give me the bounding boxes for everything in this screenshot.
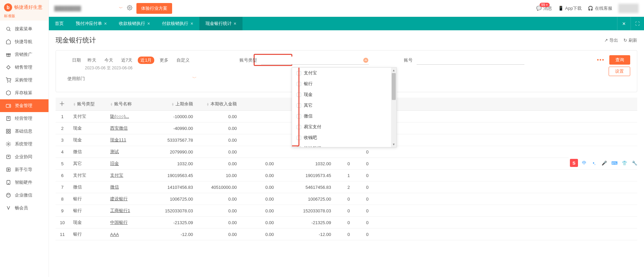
- account-type-input[interactable]: [261, 57, 369, 65]
- col-prev[interactable]: ▲▼上期余额: [153, 98, 197, 111]
- trial-button[interactable]: 体验行业方案: [136, 3, 172, 14]
- dropdown-item-1[interactable]: 银行: [292, 78, 391, 89]
- date-chip-3[interactable]: 近1月: [138, 57, 154, 64]
- account-input[interactable]: [417, 57, 524, 65]
- tab-0[interactable]: 首页: [49, 17, 70, 30]
- dropdown-item-7[interactable]: 长沙银行: [292, 143, 391, 147]
- dropdown-item-6[interactable]: 收钱吧: [292, 132, 391, 143]
- ime-toolbox-icon[interactable]: 🔧: [631, 159, 639, 167]
- table-gear-header[interactable]: [56, 98, 69, 111]
- sidebar-item-cart[interactable]: 采购管理: [0, 74, 49, 86]
- sidebar-item-grid[interactable]: 基础信息: [0, 125, 49, 138]
- col-6[interactable]: [241, 98, 278, 111]
- ime-keyboard-icon[interactable]: ⌨: [610, 159, 618, 167]
- account-label: 账号: [396, 57, 413, 63]
- tab-close-icon[interactable]: ×: [234, 21, 236, 26]
- settings-icon[interactable]: [127, 5, 132, 11]
- date-chip-1[interactable]: 今天: [102, 57, 116, 64]
- ime-punct-icon[interactable]: •,: [590, 159, 598, 167]
- settings-button[interactable]: 设置: [609, 67, 630, 76]
- col-expense-count[interactable]: ▲▼本期支出笔数: [362, 98, 637, 111]
- account-name-link[interactable]: 工商银行1: [110, 208, 130, 213]
- org-name[interactable]: ████████: [54, 6, 115, 11]
- account-name-link[interactable]: 陡(○○○)...: [110, 114, 129, 119]
- sidebar-item-team[interactable]: 企业协同: [0, 150, 49, 163]
- sidebar-item-box[interactable]: 库存核算: [0, 86, 49, 99]
- tab-4[interactable]: 现金银行统计×: [199, 17, 243, 30]
- collapse-icon[interactable]: [363, 57, 369, 64]
- sidebar-item-guide[interactable]: 新手引导: [0, 163, 49, 176]
- dropdown-item-0[interactable]: 支付宝: [292, 68, 391, 78]
- checkbox-icon[interactable]: [297, 82, 301, 86]
- col-type[interactable]: ▲▼账号类型: [69, 98, 106, 111]
- date-chip-5[interactable]: 自定义: [174, 57, 192, 64]
- scroll-down-icon[interactable]: ▼: [391, 142, 396, 147]
- user-avatar[interactable]: [618, 4, 639, 13]
- tab-close-icon[interactable]: ×: [147, 21, 150, 26]
- account-name-link[interactable]: 旧金: [110, 161, 119, 166]
- dept-select[interactable]: [89, 75, 192, 81]
- dropdown-item-4[interactable]: 微信: [292, 111, 391, 122]
- account-name-link[interactable]: 现金111: [110, 137, 126, 142]
- date-chip-2[interactable]: 近7天: [119, 57, 135, 64]
- org-chevron-icon[interactable]: ﹀: [119, 5, 123, 11]
- account-name-link[interactable]: 中国银行: [110, 220, 128, 225]
- date-chip-0[interactable]: 昨天: [85, 57, 99, 64]
- online-service-link[interactable]: 🎧 在线客服: [588, 5, 612, 11]
- scroll-thumb[interactable]: [392, 73, 396, 100]
- checkbox-icon[interactable]: [297, 146, 301, 147]
- refresh-button[interactable]: ↻ 刷新: [623, 37, 637, 43]
- account-name-link[interactable]: AAA: [110, 232, 119, 237]
- cell-name: 陡(○○○)...: [106, 111, 153, 123]
- checkbox-icon[interactable]: [297, 103, 301, 108]
- dropdown-item-5[interactable]: 易宝支付: [292, 122, 391, 132]
- close-tab-button[interactable]: ✕: [617, 17, 631, 30]
- sidebar-item-device[interactable]: 智能硬件: [0, 176, 49, 189]
- account-name-link[interactable]: 支付宝: [110, 173, 123, 178]
- svg-marker-20: [8, 169, 9, 170]
- tab-2[interactable]: 收款核销执行×: [113, 17, 156, 30]
- dropdown-scrollbar[interactable]: ▲ ▼: [391, 68, 396, 147]
- tab-close-icon[interactable]: ×: [190, 21, 193, 26]
- sidebar-item-wechat[interactable]: 企业微信: [0, 189, 49, 202]
- export-button[interactable]: ↗ 导出: [604, 37, 618, 43]
- dropdown-item-2[interactable]: 现金: [292, 89, 391, 100]
- checkbox-icon[interactable]: [297, 136, 301, 140]
- checkbox-icon[interactable]: [297, 125, 301, 129]
- svg-point-27: [363, 58, 368, 63]
- tab-3[interactable]: 付款核销执行×: [156, 17, 199, 30]
- checkbox-icon[interactable]: [297, 93, 301, 97]
- ime-skin-icon[interactable]: 👕: [620, 159, 629, 167]
- date-chip-4[interactable]: 更多: [157, 57, 171, 64]
- sidebar-item-home[interactable]: 快捷导航: [0, 35, 49, 48]
- col-income[interactable]: ▲▼本期收入金额: [197, 98, 241, 111]
- messages-link[interactable]: 💬 消息 99 +: [536, 5, 552, 11]
- tab-1[interactable]: 预付冲应付单×: [70, 17, 113, 30]
- more-dots-button[interactable]: •••: [597, 57, 605, 63]
- chevron-down-icon[interactable]: ﹀: [192, 75, 197, 81]
- dropdown-item-3[interactable]: 其它: [292, 100, 391, 111]
- app-download-link[interactable]: 📱 App下载: [558, 5, 582, 11]
- scroll-up-icon[interactable]: ▲: [391, 68, 396, 73]
- ime-mic-icon[interactable]: 🎤: [600, 159, 608, 167]
- account-name-link[interactable]: 西安微信: [110, 126, 128, 131]
- sidebar-item-wallet[interactable]: 资金管理: [0, 99, 49, 112]
- sidebar-item-doc[interactable]: 经营管理: [0, 112, 49, 125]
- checkbox-icon[interactable]: [297, 71, 301, 75]
- sidebar-item-search[interactable]: 搜索菜单: [0, 23, 49, 35]
- account-name-link[interactable]: 建设银行: [110, 196, 128, 201]
- sidebar-item-gift[interactable]: 营销推广: [0, 48, 49, 61]
- account-name-link[interactable]: 测试: [110, 149, 119, 154]
- cell-expense-count: 0: [362, 193, 637, 205]
- checkbox-icon[interactable]: [297, 114, 301, 118]
- sidebar-item-gear[interactable]: 系统管理: [0, 138, 49, 150]
- ime-lang-button[interactable]: 中: [580, 159, 588, 167]
- tab-close-icon[interactable]: ×: [104, 21, 107, 26]
- sidebar-item-vip[interactable]: 畅会员: [0, 202, 49, 214]
- sidebar-item-tag[interactable]: 销售管理: [0, 61, 49, 74]
- account-name-link[interactable]: 微信: [110, 184, 119, 189]
- ime-logo-icon[interactable]: S: [570, 159, 578, 167]
- col-name[interactable]: ▲▼账号名称: [106, 98, 153, 111]
- query-button[interactable]: 查询: [609, 55, 630, 65]
- expand-button[interactable]: ⛶: [631, 17, 644, 30]
